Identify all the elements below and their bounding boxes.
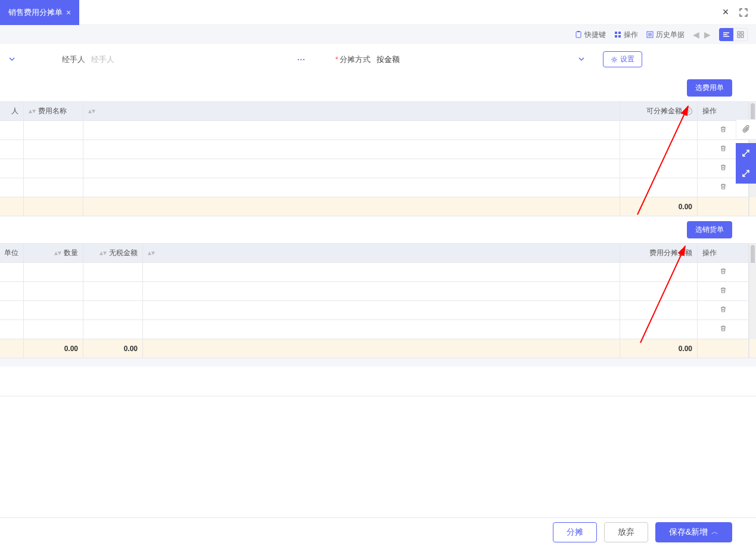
grid-icon: [614, 31, 621, 38]
table-row[interactable]: [0, 140, 756, 159]
table-row[interactable]: [0, 320, 756, 339]
table-row[interactable]: [0, 263, 756, 282]
expand-icon[interactable]: [736, 143, 756, 163]
secondary-toolbar: 快捷键 操作 历史单据 ◀ ▶: [0, 25, 756, 44]
method-field: *分摊方式: [335, 54, 578, 65]
allocate-button[interactable]: 分摊: [553, 522, 597, 542]
view-list-icon[interactable]: [719, 28, 733, 41]
footer-bar: 分摊 放弃 保存&新增 ︿: [0, 517, 756, 546]
scrollbar[interactable]: [749, 102, 756, 121]
handler-input[interactable]: [90, 54, 293, 64]
handler-more-icon[interactable]: ···: [297, 55, 306, 64]
sort-icon: ▴▾: [88, 110, 95, 113]
table-row[interactable]: [0, 282, 756, 301]
sum-amount: 0.00: [620, 197, 698, 216]
settings-button[interactable]: 设置: [603, 51, 642, 67]
separator-strip: [0, 358, 756, 367]
col-blank2[interactable]: ▴▾: [143, 244, 620, 263]
next-record-icon[interactable]: ▶: [704, 30, 711, 39]
col-qty[interactable]: ▴▾数量: [24, 244, 83, 263]
table-row[interactable]: [0, 159, 756, 178]
operate-link[interactable]: 操作: [614, 30, 638, 40]
col-action: 操作: [698, 102, 749, 121]
list-icon: [646, 31, 654, 38]
chevron-up-icon: ︿: [711, 527, 718, 537]
table2-header-actions: 选销货单: [0, 216, 756, 243]
expense-table: 人 ▴▾费用名称 ▴▾ 可分摊金额? 操作: [0, 101, 756, 216]
view-grid-icon[interactable]: [733, 28, 748, 41]
col-expense-name[interactable]: ▴▾费用名称: [24, 102, 83, 121]
col-blank[interactable]: ▴▾: [83, 102, 620, 121]
tab-active[interactable]: 销售费用分摊单 ×: [0, 0, 79, 25]
col-alloc-amount[interactable]: 可分摊金额?: [620, 102, 698, 121]
settings-label: 设置: [620, 54, 634, 64]
sum-net: 0.00: [83, 339, 143, 358]
table2-sum-row: 0.00 0.00 0.00: [0, 339, 756, 358]
operate-label: 操作: [624, 30, 638, 40]
svg-rect-16: [741, 35, 743, 38]
select-sales-button[interactable]: 选销货单: [687, 221, 732, 238]
scrollbar[interactable]: [749, 244, 756, 263]
svg-rect-5: [618, 35, 621, 38]
col-net[interactable]: ▴▾无税金额: [83, 244, 143, 263]
prev-field-dropdown[interactable]: [8, 55, 26, 64]
method-label: *分摊方式: [335, 54, 371, 65]
trash-icon[interactable]: [720, 126, 727, 135]
trash-icon[interactable]: [720, 268, 727, 277]
table-row[interactable]: [0, 121, 756, 140]
save-new-button[interactable]: 保存&新增 ︿: [655, 522, 732, 542]
tab-close-icon[interactable]: ×: [66, 8, 71, 17]
select-expense-button[interactable]: 选费用单: [687, 79, 732, 97]
trash-icon[interactable]: [720, 325, 727, 334]
handler-label: 经手人: [62, 54, 85, 65]
history-link[interactable]: 历史单据: [646, 30, 685, 40]
side-float: [736, 119, 756, 184]
handler-field: 经手人 ···: [62, 54, 306, 65]
view-toggle: [719, 28, 748, 41]
svg-rect-0: [576, 32, 581, 38]
save-new-label: 保存&新增: [669, 527, 708, 538]
trash-icon[interactable]: [720, 164, 727, 173]
sales-table: 单位 ▴▾数量 ▴▾无税金额 ▴▾ 费用分摊金额 操作: [0, 243, 756, 358]
shortcut-link[interactable]: 快捷键: [575, 30, 606, 40]
col-payee[interactable]: 人: [0, 102, 24, 121]
svg-rect-14: [741, 32, 743, 34]
fullscreen-icon[interactable]: [739, 8, 748, 17]
svg-rect-15: [738, 35, 740, 38]
form-row: 经手人 ··· *分摊方式 设置: [0, 44, 756, 75]
blank-section: [0, 367, 756, 396]
sort-icon: ▴▾: [29, 110, 36, 113]
svg-rect-3: [618, 32, 621, 34]
trash-icon[interactable]: [720, 145, 727, 154]
svg-rect-13: [738, 32, 740, 34]
svg-point-17: [613, 58, 615, 61]
prev-record-icon[interactable]: ◀: [693, 30, 699, 39]
table-row[interactable]: [0, 301, 756, 320]
trash-icon[interactable]: [720, 287, 727, 296]
tab-bar: 销售费用分摊单 × ×: [0, 0, 756, 25]
table1-sum-row: 0.00: [0, 197, 756, 216]
table1-header-actions: 选费用单: [0, 75, 756, 101]
expand-icon-2[interactable]: [736, 163, 756, 184]
sum-alloc: 0.00: [620, 339, 698, 358]
trash-icon[interactable]: [720, 183, 727, 192]
sum-qty: 0.00: [24, 339, 83, 358]
attachment-icon[interactable]: [736, 119, 756, 139]
table-row[interactable]: [0, 178, 756, 197]
close-icon[interactable]: ×: [720, 7, 731, 18]
svg-rect-1: [577, 31, 580, 32]
method-dropdown-icon[interactable]: [578, 55, 585, 64]
shortcut-label: 快捷键: [584, 30, 606, 40]
col-action2: 操作: [698, 244, 749, 263]
tab-title: 销售费用分摊单: [8, 7, 63, 18]
sort-icon: ▴▾: [54, 252, 61, 255]
trash-icon[interactable]: [720, 306, 727, 315]
method-input[interactable]: [375, 54, 578, 64]
sort-icon: ▴▾: [148, 252, 155, 255]
clipboard-icon: [575, 31, 582, 38]
info-icon[interactable]: ?: [685, 107, 692, 115]
discard-button[interactable]: 放弃: [604, 522, 648, 542]
svg-rect-4: [615, 35, 617, 38]
col-unit[interactable]: 单位: [0, 244, 24, 263]
col-alloc[interactable]: 费用分摊金额: [620, 244, 698, 263]
